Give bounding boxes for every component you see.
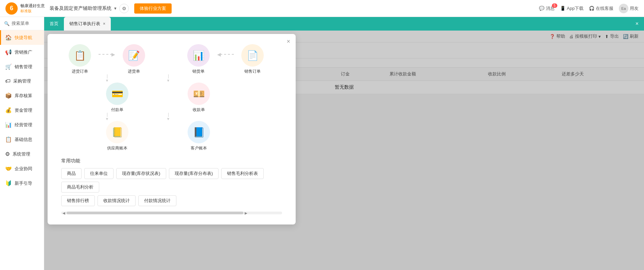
purchase-icon: 🏷 [5,78,11,84]
sales-bill-circle: 📊 [187,44,210,67]
quick-btn-receipt-stats[interactable]: 收款情况统计 [98,195,136,206]
sidebar: 🔍 搜索菜单 🏠 快捷导航 📢 营销推广 🛒 销售管理 🏷 采购管理 📦 库存核… [0,17,44,270]
search-menu[interactable]: 🔍 搜索菜单 [0,17,44,30]
quick-functions: 常用功能 商品 往来单位 现存量(库存状况表) 现存量(库存分布表) 销售毛利分… [61,158,282,206]
user-area[interactable]: Ea 用友 [619,4,639,13]
flow-node-payment-bill[interactable]: 💳 付款单 [99,83,136,113]
quick-btn-stock-status[interactable]: 现存量(库存状况表) [116,168,166,179]
purchase-bill-circle: 📝 [123,44,145,67]
arrow-so-sb: ◀ [217,52,234,57]
main-content: 首页 销售订单执行表 × × ❓ 帮助 🖨 按模板打印 ▾ ⬆ 导出 [44,17,644,270]
home-icon: 🏠 [5,34,12,41]
sidebar-item-operation[interactable]: 📊 经营管理 [0,118,44,132]
customer-ledger-icon: 📘 [193,127,205,138]
search-icon: 🔍 [4,21,10,26]
message-icon: 💬 [539,6,544,11]
quick-btn-sales-profit[interactable]: 销售毛利分析表 [221,168,264,179]
flow-node-customer-ledger[interactable]: 📘 客户账本 [180,121,217,151]
flow-node-receipt-bill[interactable]: 💴 收款单 [180,83,217,113]
message-badge: 5 [552,3,557,8]
sidebar-item-marketing[interactable]: 📢 营销推广 [0,45,44,59]
receipt-bill-icon: 💴 [193,88,205,100]
flow-node-purchase-bill[interactable]: 📝 进货单 [115,44,153,74]
quick-btns-row2: 销售排行榜 收款情况统计 付款情况统计 [61,195,282,206]
arrow-rec-down: ▼ [160,113,177,121]
modal-overlay: × 📋 进货订单 [44,31,644,270]
system-icon: ⚙ [5,151,10,157]
quick-btn-product[interactable]: 商品 [61,168,82,179]
arrow-po-pb: ▶ [99,52,115,57]
flow-node-sales-order[interactable]: 📄 销售订单 [234,44,271,74]
receipt-bill-circle: 💴 [188,83,210,105]
flow-diagram: 📋 进货订单 ▶ 📝 [61,44,282,151]
tab-close-all[interactable]: × [630,21,644,27]
operation-icon: 📊 [5,122,12,128]
arrow-pb-down: ▼ [99,74,116,83]
sales-icon: 🛒 [5,64,12,70]
flow-node-purchase-order[interactable]: 📋 进货订单 [61,44,99,74]
user-avatar: Ea [619,4,628,13]
sidebar-item-quick[interactable]: 🏠 快捷导航 [0,30,44,45]
logo-area: 6 畅康通好生意 标准版 [5,2,50,15]
inventory-icon: 📦 [5,92,12,99]
sidebar-item-sales[interactable]: 🛒 销售管理 [0,59,44,74]
tab-home[interactable]: 首页 [44,17,64,31]
guide-icon: 🔰 [5,180,12,186]
top-header: 6 畅康通好生意 标准版 装备及固定资产辅助管理系统 ▾ ⚙ 体验行业方案 💬 … [0,0,644,17]
modal-close-button[interactable]: × [286,38,290,45]
phone-icon: 📱 [560,6,565,11]
marketing-icon: 📢 [5,49,12,55]
arrow-pay-down: ▼ [99,113,116,121]
basic-icon: 📋 [5,136,12,143]
quick-btns-row1: 商品 往来单位 现存量(库存状况表) 现存量(库存分布表) 销售毛利分析表 商品… [61,168,282,193]
purchase-order-icon: 📋 [74,50,86,61]
settings-icon[interactable]: ⚙ [119,4,129,13]
flow-node-sales-bill[interactable]: 📊 销货单 [180,44,217,74]
sales-order-icon: 📄 [247,50,259,61]
flow-node-supplier-ledger[interactable]: 📒 供应商账本 [99,121,136,151]
sidebar-item-inventory[interactable]: 📦 库存核算 [0,88,44,103]
app-download-button[interactable]: 📱 App下载 [560,5,584,12]
scrollbar-thumb[interactable] [67,212,243,214]
supplier-ledger-circle: 📒 [106,121,128,143]
online-service-button[interactable]: 🎧 在线客服 [589,5,613,12]
purchase-order-circle: 📋 [69,44,91,67]
modal-scrollbar[interactable]: ◀ ▶ [61,212,282,214]
tab-sales-exec[interactable]: 销售订单执行表 × [64,17,111,31]
sidebar-item-purchase[interactable]: 🏷 采购管理 [0,74,44,88]
system-title-area: 装备及固定资产辅助管理系统 ▾ ⚙ 体验行业方案 [50,3,539,14]
dropdown-icon[interactable]: ▾ [114,6,117,11]
sidebar-item-finance[interactable]: 💰 资金管理 [0,103,44,118]
logo-icon: 6 [5,2,18,15]
arrow-sb-down: ▼ [160,74,177,83]
sales-bill-icon: 📊 [193,50,205,61]
experience-button[interactable]: 体验行业方案 [134,3,172,14]
sidebar-item-system[interactable]: ⚙ 系统管理 [0,147,44,161]
sales-order-circle: 📄 [241,44,264,67]
logo-text: 畅康通好生意 标准版 [20,3,45,14]
quick-functions-title: 常用功能 [61,158,282,164]
tab-close-icon[interactable]: × [103,21,105,26]
quick-btn-payment-stats[interactable]: 付款情况统计 [138,195,176,206]
quick-btn-stock-dist[interactable]: 现存量(库存分布表) [169,168,219,179]
quick-btn-contacts[interactable]: 往来单位 [84,168,114,179]
message-button[interactable]: 💬 消息 5 [539,5,555,12]
tab-bar: 首页 销售订单执行表 × × [44,17,644,31]
payment-bill-icon: 💳 [111,88,123,100]
collab-icon: 🤝 [5,165,12,172]
header-right: 💬 消息 5 📱 App下载 🎧 在线客服 Ea 用友 [539,4,639,13]
sidebar-item-basic[interactable]: 📋 基础信息 [0,132,44,147]
scroll-left-arrow[interactable]: ◀ [61,211,67,215]
quick-btn-product-profit[interactable]: 商品毛利分析 [61,182,99,193]
scroll-right-arrow[interactable]: ▶ [243,211,249,215]
customer-ledger-circle: 📘 [188,121,210,143]
sidebar-item-collab[interactable]: 🤝 企业协同 [0,161,44,176]
supplier-ledger-icon: 📒 [111,127,123,138]
headset-icon: 🎧 [589,6,594,11]
system-title: 装备及固定资产辅助管理系统 [50,5,111,12]
content-page: ❓ 帮助 🖨 按模板打印 ▾ ⬆ 导出 🔄 刷新 yyyy-mm-dd 📅 [44,31,644,270]
sidebar-item-guide[interactable]: 🔰 新手引导 [0,176,44,191]
modal-box: × 📋 进货订单 [48,34,296,224]
payment-bill-circle: 💳 [106,83,128,105]
quick-btn-sales-rank[interactable]: 销售排行榜 [61,195,95,206]
